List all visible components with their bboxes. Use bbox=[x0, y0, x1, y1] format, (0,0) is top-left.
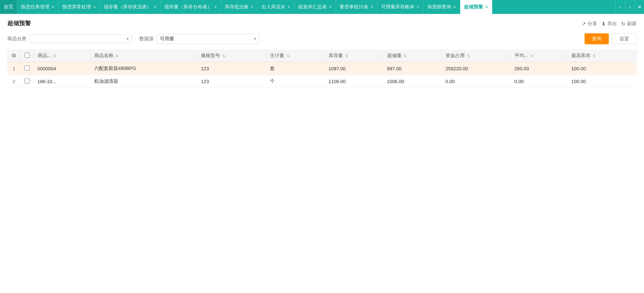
nav-arrows: ‹ › ✕ bbox=[615, 0, 644, 14]
row-2-product-code: 186-10... bbox=[34, 75, 91, 88]
sort-icon-overstock: ⇅ bbox=[403, 54, 406, 58]
sort-icon-capital: ⇅ bbox=[467, 54, 470, 58]
table-container: ⚙ 商品... ⇅ 商品名称 ⇅ 规格型号 ⇅ bbox=[7, 49, 637, 88]
row-1-product-code: 0000004 bbox=[34, 62, 91, 75]
nav-item-inventory-dist[interactable]: 现存量（库存分布表） ✕ bbox=[161, 0, 221, 14]
sort-icon-spec: ⇅ bbox=[222, 54, 225, 58]
chevron-down-icon: ▾ bbox=[127, 36, 129, 41]
nav-arrow-close[interactable]: ✕ bbox=[634, 0, 644, 14]
row-2-spec: 123 bbox=[197, 75, 266, 88]
nav-close-inventory-status[interactable]: ✕ bbox=[153, 5, 157, 10]
row-2-capital: 0.00 bbox=[442, 75, 511, 88]
col-header-capital[interactable]: 资金占用 ⇅ bbox=[442, 49, 511, 62]
page-content: 超储预警 ↗ 分享 ⬇ 导出 ↻ 刷新 商品分类 ▾ 数据源 bbox=[0, 14, 644, 94]
nav-item-task-mgmt[interactable]: 拣货任务管理 ✕ bbox=[17, 0, 59, 14]
col-header-max-stock[interactable]: 最高库存 ⇅ bbox=[568, 49, 637, 62]
row-1-unit: 套 bbox=[266, 62, 325, 75]
filter-group-category: 商品分类 ▾ bbox=[7, 34, 132, 43]
nav-item-batch-account[interactable]: 库存批次账 ✕ bbox=[221, 0, 258, 14]
nav-close-abnormal[interactable]: ✕ bbox=[93, 5, 96, 10]
row-checkbox-1[interactable] bbox=[21, 62, 34, 75]
filter-right-buttons: 查询 设置 bbox=[585, 33, 637, 44]
filter-select-category[interactable]: ▾ bbox=[29, 34, 132, 43]
nav-item-expiry[interactable]: 保质期查询 ✕ bbox=[424, 0, 460, 14]
sort-icon-unit: ⇅ bbox=[286, 54, 289, 58]
nav-arrow-right[interactable]: › bbox=[625, 0, 634, 14]
row-2-product-name: 机油滤清器 bbox=[91, 75, 197, 88]
col-header-unit[interactable]: 主计量 ⇅ bbox=[266, 49, 325, 62]
row-1-stock: 1097.00 bbox=[325, 62, 383, 75]
row-2-overstock: 1006.00 bbox=[383, 75, 442, 88]
header-actions: ↗ 分享 ⬇ 导出 ↻ 刷新 bbox=[582, 21, 637, 27]
col-header-spec[interactable]: 规格型号 ⇅ bbox=[197, 49, 266, 62]
nav-close-order-stats[interactable]: ✕ bbox=[370, 5, 373, 10]
filter-group-datasource: 数据源 可用量 ▾ bbox=[139, 34, 259, 44]
nav-item-collect-send[interactable]: 收发存汇总表 ✕ bbox=[294, 0, 336, 14]
row-1-product-name: 六配套新昌490BPG bbox=[91, 62, 197, 75]
nav-close-batch-account[interactable]: ✕ bbox=[250, 5, 254, 10]
nav-close-task-mgmt[interactable]: ✕ bbox=[51, 5, 55, 10]
nav-item-overstock[interactable]: 超储预警 ✕ bbox=[460, 0, 492, 14]
page-title: 超储预警 bbox=[7, 20, 31, 27]
row-checkbox-2[interactable] bbox=[21, 75, 34, 88]
nav-item-usable-account[interactable]: 可用量库存账本 ✕ bbox=[377, 0, 424, 14]
nav-item-abnormal[interactable]: 拣货异常处理 ✕ bbox=[59, 0, 100, 14]
nav-close-inout-flow[interactable]: ✕ bbox=[287, 5, 290, 10]
nav-arrow-left[interactable]: ‹ bbox=[615, 0, 625, 14]
row-1-checkbox[interactable] bbox=[25, 66, 30, 71]
nav-close-expiry[interactable]: ✕ bbox=[453, 5, 456, 10]
sort-icon-product-name: ⇅ bbox=[116, 54, 118, 58]
row-2-stock: 1106.00 bbox=[325, 75, 383, 88]
query-button[interactable]: 查询 bbox=[585, 33, 609, 44]
row-1-overstock: 997.00 bbox=[383, 62, 442, 75]
share-icon: ↗ bbox=[582, 21, 586, 27]
row-number-1: 1 bbox=[7, 62, 21, 75]
col-header-checkbox[interactable] bbox=[21, 49, 34, 62]
gear-icon[interactable]: ⚙ bbox=[11, 52, 16, 59]
select-all-checkbox[interactable] bbox=[25, 53, 30, 58]
sort-icon-max-stock: ⇅ bbox=[593, 54, 596, 58]
nav-close-usable-account[interactable]: ✕ bbox=[416, 5, 420, 10]
refresh-button[interactable]: ↻ 刷新 bbox=[621, 21, 637, 27]
col-header-product-name[interactable]: 商品名称 ⇅ bbox=[91, 49, 197, 62]
nav-item-home[interactable]: 首页 bbox=[0, 0, 17, 14]
col-header-settings[interactable]: ⚙ bbox=[7, 49, 21, 62]
export-button[interactable]: ⬇ 导出 bbox=[601, 21, 617, 27]
nav-item-inventory-status[interactable]: 现存量（库存状况表） ✕ bbox=[100, 0, 161, 14]
row-2-checkbox[interactable] bbox=[25, 78, 30, 84]
col-header-product-code[interactable]: 商品... ⇅ bbox=[34, 49, 91, 62]
row-1-avg: 260.00 bbox=[511, 62, 568, 75]
chevron-down-icon-2: ▾ bbox=[254, 36, 256, 41]
nav-close-collect-send[interactable]: ✕ bbox=[329, 5, 332, 10]
row-1-spec: 123 bbox=[197, 62, 266, 75]
row-2-unit: 个 bbox=[266, 75, 325, 88]
table-row: 1 0000004 六配套新昌490BPG 123 套 1097.00 997.… bbox=[7, 62, 637, 75]
nav-item-inout-flow[interactable]: 出入库流水 ✕ bbox=[258, 0, 294, 14]
refresh-icon: ↻ bbox=[621, 21, 626, 27]
col-header-stock[interactable]: 库存量 ⇅ bbox=[325, 49, 383, 62]
table-header: ⚙ 商品... ⇅ 商品名称 ⇅ 规格型号 ⇅ bbox=[7, 49, 637, 62]
filter-row: 商品分类 ▾ 数据源 可用量 ▾ 查询 设置 bbox=[7, 33, 637, 44]
nav-item-order-stats[interactable]: 要货单统计表 ✕ bbox=[336, 0, 377, 14]
row-2-max-stock: 100.00 bbox=[568, 75, 637, 88]
sort-icon-avg: ⇅ bbox=[530, 54, 533, 58]
settings-button[interactable]: 设置 bbox=[612, 33, 637, 44]
row-number-2: 2 bbox=[7, 75, 21, 88]
top-nav: 首页 拣货任务管理 ✕ 拣货异常处理 ✕ 现存量（库存状况表） ✕ 现存量（库存… bbox=[0, 0, 644, 14]
row-1-max-stock: 100.00 bbox=[568, 62, 637, 75]
filter-select-datasource[interactable]: 可用量 ▾ bbox=[157, 34, 259, 44]
sort-icon-product-code: ⇅ bbox=[53, 54, 56, 58]
row-2-avg: 0.00 bbox=[511, 75, 568, 88]
filter-select-datasource-value: 可用量 bbox=[160, 36, 174, 42]
col-header-avg[interactable]: 平均... ⇅ bbox=[511, 49, 568, 62]
share-button[interactable]: ↗ 分享 bbox=[582, 21, 597, 27]
overstock-table: ⚙ 商品... ⇅ 商品名称 ⇅ 规格型号 ⇅ bbox=[7, 49, 637, 88]
sort-icon-stock: ⇅ bbox=[345, 54, 348, 58]
table-body: 1 0000004 六配套新昌490BPG 123 套 1097.00 997.… bbox=[7, 62, 637, 88]
filter-label-datasource: 数据源 bbox=[139, 36, 154, 42]
page-header: 超储预警 ↗ 分享 ⬇ 导出 ↻ 刷新 bbox=[7, 20, 637, 27]
col-header-overstock[interactable]: 超储量 ⇅ bbox=[383, 49, 442, 62]
table-row: 2 186-10... 机油滤清器 123 个 1106.00 1006.00 … bbox=[7, 75, 637, 88]
nav-close-overstock[interactable]: ✕ bbox=[485, 5, 488, 10]
nav-close-inventory-dist[interactable]: ✕ bbox=[214, 5, 217, 10]
